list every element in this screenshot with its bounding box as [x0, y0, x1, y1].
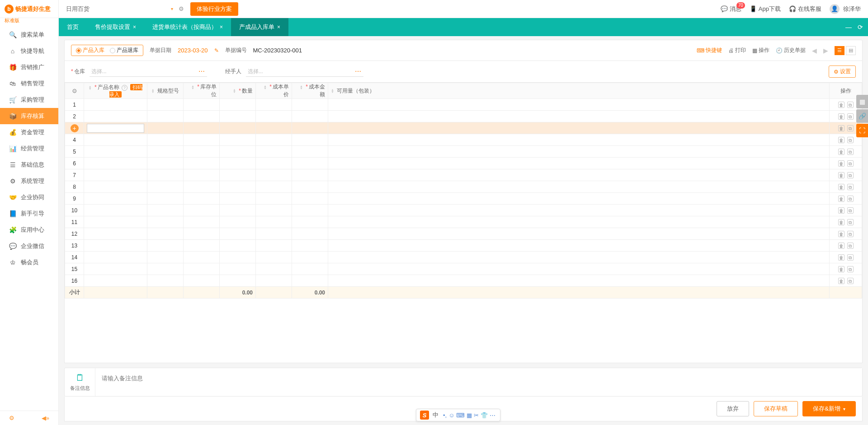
side-tab-1[interactable]: ▦ — [856, 95, 868, 108]
delete-row-icon[interactable]: 🗑 — [838, 278, 844, 284]
table-row[interactable]: 5🗑⧉ — [65, 146, 862, 158]
table-row[interactable]: 10🗑⧉ — [65, 205, 862, 216]
col-price[interactable]: ▲▼ *成本单价 — [256, 83, 292, 99]
sidebar-item-0[interactable]: 🔍搜索菜单 — [0, 27, 58, 43]
table-row[interactable]: 12🗑⧉ — [65, 228, 862, 240]
online-service-button[interactable]: 🎧 在线客服 — [789, 5, 821, 13]
print-button[interactable]: 🖨 打印 — [728, 47, 746, 54]
sidebar-item-4[interactable]: 🛒采购管理 — [0, 92, 58, 108]
date-value[interactable]: 2023-03-20 — [178, 47, 208, 54]
sidebar-item-6[interactable]: 💰资金管理 — [0, 124, 58, 140]
table-row[interactable]: 13🗑⧉ — [65, 240, 862, 252]
delete-row-icon[interactable]: 🗑 — [838, 172, 844, 178]
table-row[interactable]: 4🗑⧉ — [65, 134, 862, 146]
copy-row-icon[interactable]: ⧉ — [847, 149, 854, 155]
handler-select[interactable]: 选择... ⋯ — [246, 67, 363, 77]
logo[interactable]: b 畅捷通好生意 — [0, 0, 58, 18]
col-qty[interactable]: ▲▼ *数量 — [220, 83, 256, 99]
settings-icon[interactable]: ⚙ — [9, 415, 14, 421]
table-row[interactable]: 16🗑⧉ — [65, 275, 862, 287]
sidebar-item-13[interactable]: 💬企业微信 — [0, 238, 58, 254]
help-icon[interactable]: ? — [122, 85, 127, 91]
copy-row-icon[interactable]: ⧉ — [847, 254, 854, 261]
view-list-button[interactable]: ☰ — [835, 46, 844, 55]
copy-row-icon[interactable]: ⧉ — [847, 243, 854, 249]
copy-row-icon[interactable]: ⧉ — [847, 160, 854, 167]
col-unit[interactable]: ▲▼ *库存单位 — [184, 83, 220, 99]
ime-icon-6[interactable]: ⋯ — [490, 412, 495, 419]
table-row[interactable]: 11🗑⧉ — [65, 216, 862, 228]
user-menu[interactable]: 👤 徐泽华 — [830, 4, 861, 14]
delete-row-icon[interactable]: 🗑 — [838, 102, 844, 108]
table-row[interactable]: 2🗑⧉ — [65, 111, 862, 122]
table-row[interactable]: 7🗑⧉ — [65, 169, 862, 181]
radio-product-in[interactable]: 产品入库 — [74, 46, 106, 55]
col-spec[interactable]: ▲▼ 规格型号 — [147, 83, 184, 99]
copy-row-icon[interactable]: ⧉ — [847, 102, 854, 108]
collapse-icon[interactable]: ◀» — [42, 415, 49, 421]
ime-icon-5[interactable]: 👕 — [481, 412, 488, 419]
table-row[interactable]: 6🗑⧉ — [65, 158, 862, 169]
gear-icon[interactable]: ⚙ — [179, 5, 184, 12]
sidebar-item-11[interactable]: 📘新手引导 — [0, 205, 58, 222]
next-doc-button[interactable]: ▶ — [823, 47, 828, 54]
product-name-input[interactable] — [87, 124, 144, 133]
copy-row-icon[interactable]: ⧉ — [847, 196, 854, 202]
delete-row-icon[interactable]: 🗑 — [838, 196, 844, 202]
copy-row-icon[interactable]: ⧉ — [847, 125, 854, 131]
sidebar-item-2[interactable]: 🎁营销推广 — [0, 59, 58, 75]
close-icon[interactable]: × — [277, 24, 280, 30]
radio-product-out[interactable]: 产品退库 — [108, 46, 140, 55]
tab-3[interactable]: 产成品入库单× — [231, 18, 288, 36]
copy-row-icon[interactable]: ⧉ — [847, 184, 854, 190]
delete-row-icon[interactable]: 🗑 — [838, 149, 844, 155]
save-new-button[interactable]: 保存&新增▾ — [802, 401, 856, 416]
app-download-button[interactable]: 📱 App下载 — [750, 5, 781, 13]
table-row[interactable]: 15🗑⧉ — [65, 263, 862, 275]
copy-row-icon[interactable]: ⧉ — [847, 172, 854, 178]
close-icon[interactable]: × — [133, 24, 136, 30]
side-tab-3[interactable]: ⛶ — [856, 124, 868, 137]
add-row-button[interactable]: + — [71, 124, 79, 132]
trial-button[interactable]: 体验行业方案 — [190, 2, 238, 16]
tab-0[interactable]: 首页 — [59, 18, 87, 36]
prev-doc-button[interactable]: ◀ — [812, 47, 817, 54]
edit-date-icon[interactable]: ✎ — [214, 47, 219, 54]
col-product-name[interactable]: ▲▼ *产品名称 ? 扫码录入 — [84, 83, 147, 99]
close-icon[interactable]: × — [220, 24, 223, 30]
delete-row-icon[interactable]: 🗑 — [838, 231, 844, 237]
copy-row-icon[interactable]: ⧉ — [847, 137, 854, 143]
ime-icon-4[interactable]: ✂ — [474, 412, 479, 419]
col-amount[interactable]: ▲▼ *成本金额 — [292, 83, 328, 99]
delete-row-icon[interactable]: 🗑 — [838, 207, 844, 214]
ime-lang[interactable]: 中 — [433, 411, 439, 419]
view-card-button[interactable]: ▤ — [846, 46, 856, 55]
column-settings-button[interactable]: ⚙ — [65, 83, 84, 99]
copy-row-icon[interactable]: ⧉ — [847, 266, 854, 272]
tab-2[interactable]: 进货单统计表（按商品）× — [144, 18, 231, 36]
delete-row-icon[interactable]: 🗑 — [838, 254, 844, 261]
discard-button[interactable]: 放弃 — [717, 401, 749, 416]
ime-toolbar[interactable]: S 中 •,☺⌨▦✂👕⋯ — [416, 409, 500, 421]
category-select[interactable]: 日用百货 ▾ — [66, 5, 173, 13]
sidebar-item-14[interactable]: ♔畅会员 — [0, 254, 58, 271]
copy-row-icon[interactable]: ⧉ — [847, 113, 854, 120]
delete-row-icon[interactable]: 🗑 — [838, 125, 844, 131]
sidebar-item-5[interactable]: 📦库存核算 — [0, 108, 58, 124]
sidebar-item-7[interactable]: 📊经营管理 — [0, 140, 58, 157]
delete-row-icon[interactable]: 🗑 — [838, 184, 844, 190]
table-row[interactable]: 8🗑⧉ — [65, 181, 862, 193]
tab-refresh[interactable]: ⟳ — [855, 22, 865, 32]
save-draft-button[interactable]: 保存草稿 — [754, 401, 798, 416]
delete-row-icon[interactable]: 🗑 — [838, 113, 844, 120]
settings-button[interactable]: ⚙ 设置 — [829, 65, 856, 78]
sidebar-item-1[interactable]: ⌂快捷导航 — [0, 43, 58, 59]
table-row[interactable]: 14🗑⧉ — [65, 252, 862, 263]
shortcut-button[interactable]: ⌨ 快捷键 — [697, 47, 722, 54]
sidebar-item-8[interactable]: ☰基础信息 — [0, 157, 58, 173]
delete-row-icon[interactable]: 🗑 — [838, 137, 844, 143]
ime-icon-2[interactable]: ⌨ — [456, 412, 465, 419]
side-tab-2[interactable]: 🔗 — [856, 109, 868, 123]
ime-icon-0[interactable]: •, — [443, 412, 447, 419]
sidebar-item-3[interactable]: 🛍销售管理 — [0, 75, 58, 92]
